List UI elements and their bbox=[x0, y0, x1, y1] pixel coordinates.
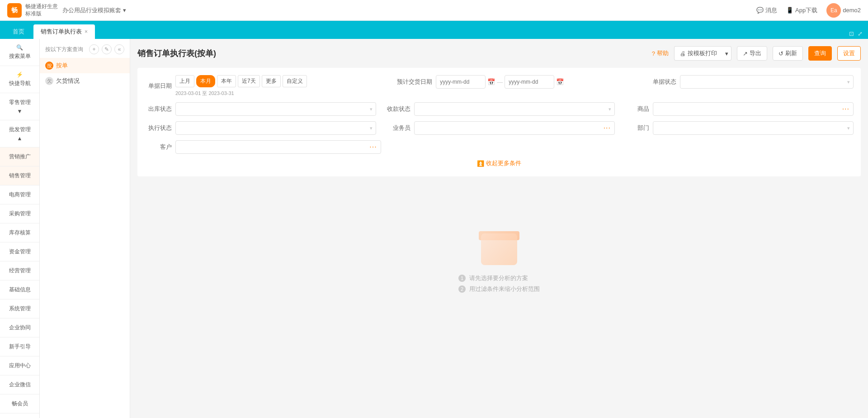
filter-salesperson-item: 业务员 ··· bbox=[383, 121, 615, 135]
header-left: 畅 畅捷通好生意 标准版 办公用品行业模拟账套 ▾ bbox=[7, 3, 126, 18]
logo-text: 畅捷通好生意 标准版 bbox=[25, 3, 58, 17]
tab-active[interactable]: 销售订单执行表 × bbox=[33, 24, 95, 39]
sidebar-item-basic[interactable]: 基础信息 bbox=[0, 280, 39, 299]
settings-btn[interactable]: 设置 bbox=[837, 46, 861, 61]
tab-bar-actions: ⊡ ⤢ bbox=[849, 30, 863, 39]
collapse-icon: ⏫ bbox=[477, 160, 484, 167]
tab-expand-icon[interactable]: ⤢ bbox=[858, 30, 863, 37]
predicted-date-start[interactable] bbox=[436, 75, 486, 89]
delivery-select-wrapper: ▾ bbox=[175, 102, 376, 116]
main-layout: 🔍 搜索菜单 ⚡ 快捷导航 零售管理 ▼ 批发管理 ▲ 营销推广 销售管理 电商… bbox=[0, 39, 868, 418]
left-panel: 按以下方案查询 + ✎ « 按 按单 欠 欠货情况 bbox=[40, 39, 130, 418]
help-action[interactable]: ? 帮助 bbox=[652, 49, 669, 57]
calendar-start-icon[interactable]: 📅 bbox=[487, 78, 495, 86]
page-actions: ? 帮助 🖨 按模板打印 ▾ ↗ 导出 bbox=[652, 46, 861, 61]
app-dropdown[interactable]: 办公用品行业模拟账套 ▾ bbox=[62, 6, 126, 14]
date-btn-this-year[interactable]: 本年 bbox=[217, 75, 236, 87]
collapse-row: ⏫ 收起更多条件 bbox=[145, 157, 854, 169]
date-btn-7days[interactable]: 近7天 bbox=[238, 75, 260, 87]
empty-lines: 1 请先选择要分析的方案 2 用过滤条件来缩小分析范围 bbox=[458, 274, 540, 293]
calendar-end-icon[interactable]: 📅 bbox=[556, 78, 564, 86]
department-select[interactable] bbox=[653, 121, 854, 135]
sidebar-item-purchase[interactable]: 采购管理 bbox=[0, 204, 39, 223]
date-buttons: 上月 本月 本年 近7天 更多 自定义 bbox=[175, 75, 390, 87]
avatar: Ea bbox=[826, 3, 841, 18]
add-scheme-btn[interactable]: + bbox=[89, 44, 99, 54]
sidebar-item-cooperation[interactable]: 企业协同 bbox=[0, 318, 39, 337]
sidebar-item-system[interactable]: 系统管理 bbox=[0, 299, 39, 318]
sidebar-item-appstore[interactable]: 应用中心 bbox=[0, 356, 39, 375]
query-btn[interactable]: 查询 bbox=[808, 46, 832, 61]
print-btn[interactable]: 🖨 按模板打印 bbox=[674, 46, 722, 61]
tab-close-icon[interactable]: × bbox=[85, 28, 88, 35]
order-icon: 按 bbox=[45, 62, 53, 70]
filter-date-control: 上月 本月 本年 近7天 更多 自定义 2023-03-01 至 2023-03… bbox=[175, 75, 390, 97]
shortcuts-icon: ⚡ bbox=[16, 71, 23, 78]
customer-input-wrapper: ··· bbox=[175, 140, 381, 154]
filter-execution-item: 执行状态 ▾ bbox=[145, 121, 376, 135]
sidebar-item-inventory[interactable]: 库存核算 bbox=[0, 223, 39, 242]
sidebar-item-search[interactable]: 🔍 搜索菜单 bbox=[0, 39, 39, 66]
salesperson-more-icon[interactable]: ··· bbox=[604, 124, 611, 132]
left-panel-item-order[interactable]: 按 按单 bbox=[40, 58, 130, 73]
export-icon: ↗ bbox=[743, 50, 748, 57]
app-download-action[interactable]: 📱 App下载 bbox=[786, 6, 817, 14]
customer-input[interactable] bbox=[179, 144, 369, 151]
predicted-date-end[interactable] bbox=[505, 75, 554, 89]
search-icon: 🔍 bbox=[16, 44, 23, 51]
filter-row-2: 出库状态 ▾ 收款状态 bbox=[145, 102, 854, 116]
tab-minimize-icon[interactable]: ⊡ bbox=[849, 30, 854, 37]
execution-select[interactable] bbox=[175, 121, 376, 135]
right-content: 销售订单执行表(按单) ? 帮助 🖨 按模板打印 ▾ bbox=[130, 39, 868, 418]
filter-delivery-item: 出库状态 ▾ bbox=[145, 102, 376, 116]
sidebar-item-ecommerce[interactable]: 电商管理 bbox=[0, 185, 39, 204]
date-btn-last-month[interactable]: 上月 bbox=[175, 75, 194, 87]
message-action[interactable]: 💬 消息 bbox=[756, 6, 777, 14]
collapse-btn[interactable]: ⏫ 收起更多条件 bbox=[477, 159, 521, 167]
sidebar-item-finance[interactable]: 资金管理 bbox=[0, 242, 39, 261]
date-btn-this-month[interactable]: 本月 bbox=[196, 75, 215, 87]
logo-area: 畅 畅捷通好生意 标准版 bbox=[7, 3, 58, 18]
sidebar-item-shortcuts[interactable]: ⚡ 快捷导航 bbox=[0, 66, 39, 93]
status-select[interactable] bbox=[680, 75, 854, 89]
sidebar-item-wechat[interactable]: 企业微信 bbox=[0, 375, 39, 394]
date-btn-custom[interactable]: 自定义 bbox=[283, 75, 307, 87]
execution-select-wrapper: ▾ bbox=[175, 121, 376, 135]
sidebar-item-operation[interactable]: 经营管理 bbox=[0, 261, 39, 280]
shortage-icon: 欠 bbox=[45, 77, 53, 85]
customer-more-icon[interactable]: ··· bbox=[369, 143, 377, 151]
sidebar-item-sales[interactable]: 销售管理 bbox=[0, 166, 39, 185]
filter-row-date: 单据日期 上月 本月 本年 近7天 更多 自定义 20 bbox=[145, 75, 854, 97]
sidebar-item-wholesale[interactable]: 批发管理 ▲ bbox=[0, 120, 39, 147]
date-btn-more[interactable]: 更多 bbox=[262, 75, 281, 87]
empty-line-2: 2 用过滤条件来缩小分析范围 bbox=[458, 285, 540, 293]
delivery-select[interactable] bbox=[175, 102, 376, 116]
chevron-down-icon: ▼ bbox=[17, 108, 23, 114]
chevron-down-icon: ▾ bbox=[123, 7, 126, 14]
print-icon: 🖨 bbox=[680, 50, 686, 57]
collection-select-wrapper: ▾ bbox=[414, 102, 615, 116]
user-action[interactable]: Ea demo2 bbox=[826, 3, 861, 18]
tab-home[interactable]: 首页 bbox=[5, 24, 32, 39]
sidebar-item-member[interactable]: 畅会员 bbox=[0, 394, 39, 413]
sidebar-item-newbie[interactable]: 新手引导 bbox=[0, 337, 39, 356]
salesperson-input[interactable] bbox=[418, 125, 604, 132]
empty-icon bbox=[476, 220, 522, 265]
sidebar-item-retail[interactable]: 零售管理 ▼ bbox=[0, 93, 39, 120]
filter-collection-item: 收款状态 ▾ bbox=[383, 102, 615, 116]
export-btn[interactable]: ↗ 导出 bbox=[737, 46, 767, 61]
print-action: 🖨 按模板打印 ▾ bbox=[674, 46, 731, 61]
refresh-btn[interactable]: ↺ 刷新 bbox=[773, 46, 803, 61]
filter-row-4: 客户 ··· bbox=[145, 140, 381, 154]
header-right: 💬 消息 📱 App下载 Ea demo2 bbox=[756, 3, 861, 18]
collapse-panel-btn[interactable]: « bbox=[114, 44, 124, 54]
sidebar-item-marketing[interactable]: 营销推广 bbox=[0, 147, 39, 166]
product-input[interactable] bbox=[657, 106, 842, 113]
product-more-icon[interactable]: ··· bbox=[842, 105, 849, 113]
print-arrow-btn[interactable]: ▾ bbox=[722, 46, 731, 61]
sidebar: 🔍 搜索菜单 ⚡ 快捷导航 零售管理 ▼ 批发管理 ▲ 营销推广 销售管理 电商… bbox=[0, 39, 40, 418]
collection-select[interactable] bbox=[414, 102, 615, 116]
left-panel-item-shortage[interactable]: 欠 欠货情况 bbox=[40, 73, 130, 89]
edit-scheme-btn[interactable]: ✎ bbox=[102, 44, 112, 54]
page-title: 销售订单执行表(按单) bbox=[137, 48, 216, 59]
